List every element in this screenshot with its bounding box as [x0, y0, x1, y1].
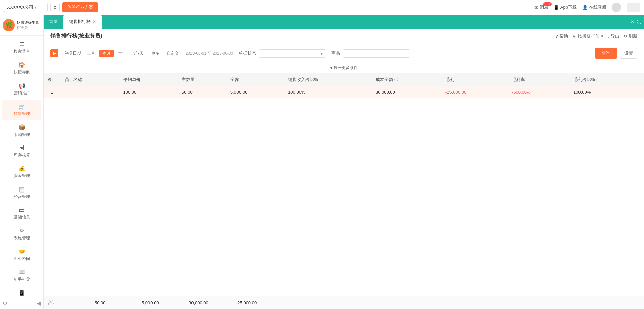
- settings-icon[interactable]: ⚙: [50, 3, 60, 12]
- main-content: 首页销售排行榜✕ ✕ ⛶ 销售排行榜(按业务员) ? 帮助 🖨 按模板打印 ▾: [44, 15, 644, 309]
- sidebar-item-quick-nav[interactable]: 🏠 快捷导航: [2, 58, 41, 79]
- cell-amount: 5,000.00: [226, 86, 284, 98]
- date-btn-本年[interactable]: 本年: [115, 50, 129, 57]
- sidebar-collapse-icon[interactable]: ◀: [37, 300, 41, 306]
- table-row: 1100.0050.005,000.00100.00%30,000.00-25,…: [44, 86, 644, 98]
- basic-info-icon: 🗃: [19, 207, 25, 213]
- tab-bar-actions: ✕ ⛶: [631, 15, 644, 29]
- date-btn-近7天[interactable]: 近7天: [130, 50, 147, 57]
- sidebar-item-operations[interactable]: 📋 经营管理: [2, 183, 41, 203]
- footer-main-qty: 50.00: [95, 300, 122, 305]
- sidebar-item-sales[interactable]: 🛒 销售管理: [2, 100, 41, 120]
- sidebar-item-marketing[interactable]: 📢 营销推广: [2, 79, 41, 99]
- cell-rank: 1: [44, 86, 60, 98]
- company-selector[interactable]: XXXXXX公司 ▾: [4, 3, 48, 12]
- goods-input[interactable]: ···: [343, 49, 410, 58]
- sidebar-item-label: 企业协同: [14, 256, 30, 262]
- table-container: ⚙员工名称平均单价主数量全额销售收入占比%成本全额 ⓘ毛利毛利率毛利占比% ↕ …: [44, 73, 644, 296]
- user-name: [627, 3, 640, 12]
- messages-button[interactable]: ✉ 消息 99+: [534, 4, 548, 10]
- expand-down-icon: ▾: [330, 66, 332, 70]
- sidebar-item-system[interactable]: ⚙ 系统管理: [2, 224, 41, 244]
- print-icon: 🖨: [572, 34, 576, 39]
- sidebar-settings-icon[interactable]: ⚙: [3, 300, 7, 306]
- footer-label: 合计: [48, 300, 75, 306]
- refresh-button[interactable]: ↺ 刷新: [624, 33, 637, 39]
- filter-area: ▶ 单据日期 上月本月本年近7天更多自定义 2023-06-01 至 2023-…: [44, 44, 644, 63]
- service-icon: 👤: [582, 5, 588, 10]
- info-icon: ⓘ: [394, 78, 398, 82]
- page-title: 销售排行榜(按业务员): [50, 33, 102, 40]
- sidebar-item-finance[interactable]: 💰 资金管理: [2, 162, 41, 182]
- sidebar-item-app-center[interactable]: 📱 应用中心: [2, 287, 41, 297]
- expand-button[interactable]: ▾ 展开更多条件: [330, 65, 358, 71]
- sidebar-item-purchase[interactable]: 📦 采购管理: [2, 121, 41, 141]
- sidebar-item-label: 营销推广: [14, 90, 30, 96]
- export-button[interactable]: ↓ 导出: [607, 33, 620, 39]
- status-select[interactable]: ▾: [259, 49, 326, 58]
- col-header-sales_pct: 销售收入占比%: [284, 73, 372, 86]
- purchase-icon: 📦: [18, 124, 25, 131]
- help-button[interactable]: ? 帮助: [555, 33, 568, 39]
- col-header-avg_price: 平均单价: [119, 73, 178, 86]
- sidebar-item-basic-info[interactable]: 🗃 基础信息: [2, 204, 41, 223]
- logo-icon: 🌿: [3, 19, 15, 31]
- online-service-label: 在线客服: [589, 4, 606, 10]
- sales-icon: 🛒: [18, 103, 25, 110]
- query-button[interactable]: 查询: [595, 48, 617, 59]
- filter-actions: 查询 设置: [595, 48, 637, 59]
- main-layout: 🌿 畅康通好生意 标准版 ☰ 搜索菜单 🏠 快捷导航 📢 营销推广 🛒 销售管理…: [0, 15, 644, 309]
- col-header-employee: 员工名称: [60, 73, 119, 86]
- collapse-icon: ▶: [53, 51, 56, 56]
- sidebar-item-label: 经营管理: [14, 194, 30, 200]
- status-filter: 单据状态 ▾: [239, 49, 326, 58]
- page-header: 销售排行榜(按业务员) ? 帮助 🖨 按模板打印 ▾ ↓ 导出: [44, 29, 644, 44]
- tab-maximize-icon[interactable]: ⛶: [637, 19, 641, 24]
- sidebar-item-label: 库存核算: [14, 152, 30, 158]
- tab-close-all-icon[interactable]: ✕: [631, 19, 634, 24]
- sidebar-item-label: 新手引导: [14, 277, 30, 282]
- avatar[interactable]: [612, 3, 621, 12]
- sales-ranking-table: ⚙员工名称平均单价主数量全额销售收入占比%成本全额 ⓘ毛利毛利率毛利占比% ↕ …: [44, 73, 644, 98]
- app-download-button[interactable]: 📱 App下载: [554, 4, 577, 10]
- sidebar-item-enterprise-collab[interactable]: 🤝 企业协同: [2, 245, 41, 265]
- template-print-button[interactable]: 🖨 按模板打印 ▾: [572, 33, 603, 39]
- date-btn-本月[interactable]: 本月: [99, 50, 114, 57]
- status-chevron-icon: ▾: [320, 51, 323, 56]
- enterprise-collab-icon: 🤝: [18, 248, 25, 255]
- refresh-icon: ↺: [624, 34, 627, 39]
- date-btn-更多[interactable]: 更多: [148, 50, 162, 57]
- marketing-icon: 📢: [18, 83, 25, 89]
- tab-home[interactable]: 首页: [44, 15, 63, 29]
- table-footer: 合计 50.00 5,000.00 30,000.00 -25,000.00: [44, 296, 644, 309]
- sort-icon[interactable]: ↕: [596, 78, 598, 82]
- sidebar-item-search-orders[interactable]: ☰ 搜索菜单: [2, 38, 41, 58]
- logo-line1: 畅康通好生意: [17, 20, 39, 25]
- tab-bar: 首页销售排行榜✕ ✕ ⛶: [44, 15, 644, 29]
- footer-gross-profit: -25,000.00: [236, 300, 263, 305]
- help-icon: ?: [555, 34, 558, 39]
- cell-gross_rate: -500.00%: [508, 86, 569, 98]
- col-header-gross_pct[interactable]: 毛利占比% ↕: [569, 73, 644, 86]
- cell-gross_pct: 100.00%: [569, 86, 644, 98]
- sidebar-item-inventory[interactable]: 🗄 库存核算: [2, 142, 41, 161]
- export-icon: ↓: [607, 34, 610, 39]
- footer-amount: 5,000.00: [142, 300, 169, 305]
- date-btn-自定义[interactable]: 自定义: [164, 50, 182, 57]
- filter-collapse-btn[interactable]: ▶: [50, 49, 58, 57]
- date-btn-上月[interactable]: 上月: [84, 50, 98, 57]
- sidebar-item-label: 基础信息: [14, 214, 30, 220]
- sidebar-logo: 🌿 畅康通好生意 标准版: [0, 15, 43, 36]
- onboarding-icon: 📖: [18, 269, 25, 275]
- help-label: 帮助: [559, 33, 568, 39]
- filter-settings-button[interactable]: 设置: [620, 48, 637, 59]
- trial-button[interactable]: 体验行业方案: [62, 2, 98, 12]
- logo-text: 畅康通好生意 标准版: [17, 20, 39, 31]
- tab-sales-ranking[interactable]: 销售排行榜✕: [63, 15, 102, 29]
- quick-nav-icon: 🏠: [18, 62, 25, 68]
- date-label: 单据日期: [64, 50, 81, 56]
- footer-cost: 30,000.00: [189, 300, 216, 305]
- sidebar-item-onboarding[interactable]: 📖 新手引导: [2, 266, 41, 286]
- online-service-button[interactable]: 👤 在线客服: [582, 4, 606, 10]
- tab-close-icon[interactable]: ✕: [93, 19, 96, 24]
